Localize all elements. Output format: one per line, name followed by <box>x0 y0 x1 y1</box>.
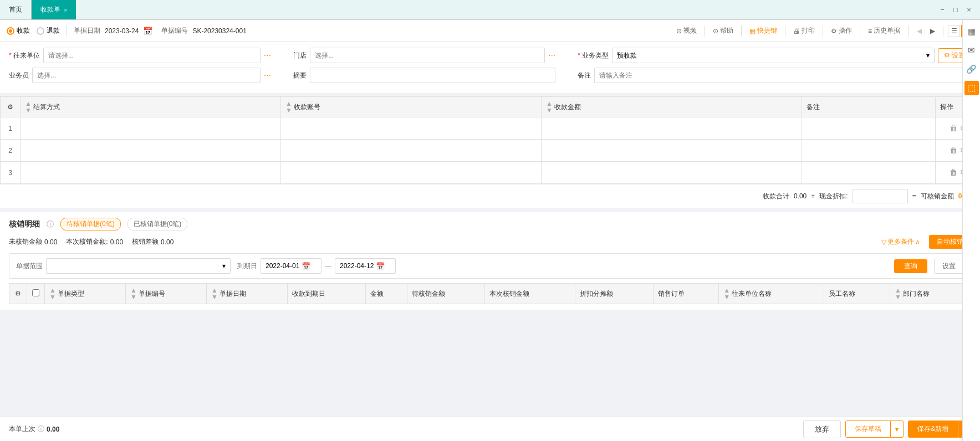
th-doc-number: ▲▼ 单据编号 <box>125 284 206 304</box>
staff-input[interactable] <box>32 68 261 83</box>
cell-account-3[interactable] <box>280 162 541 184</box>
delete-icon-1[interactable]: 🗑 <box>950 124 957 133</box>
section-break <box>0 208 980 212</box>
cell-settlement-3[interactable] <box>21 162 281 184</box>
biztype-col: * 业务类型 预收款 ▾ ⚙ 设置 <box>578 48 971 63</box>
cal-icon-to: 📅 <box>376 262 385 270</box>
radio-receipt-label: 收款 <box>17 26 30 35</box>
partner-label: * 往来单位 <box>9 51 40 60</box>
help-btn[interactable]: ⊙ 帮助 <box>710 25 737 37</box>
cell-account-2[interactable] <box>280 140 541 162</box>
note-col: 备注 <box>578 68 971 83</box>
tab-home[interactable]: 首页 <box>0 0 32 19</box>
verify-info-icon[interactable]: ⓘ <box>47 219 54 229</box>
radio-receipt[interactable]: 收款 <box>7 26 30 35</box>
more-conditions-btn[interactable]: ▽ 更多条件 ∧ <box>881 237 920 247</box>
range-select[interactable]: ▾ <box>46 258 231 274</box>
form-area: * 往来单位 ··· 门店 ··· * 业务类型 预收款 ▾ ⚙ 设置 <box>0 42 980 96</box>
form-row-1: * 往来单位 ··· 门店 ··· * 业务类型 预收款 ▾ ⚙ 设置 <box>9 48 971 63</box>
number-label: 单据编号 <box>161 26 188 35</box>
cell-account-1[interactable] <box>280 117 541 140</box>
th-account: ▲▼ 收款账号 <box>280 97 541 117</box>
th-discount: 折扣分摊额 <box>575 284 653 304</box>
bottom-table-settings-icon[interactable]: ⚙ <box>9 284 27 304</box>
cell-note-2[interactable] <box>802 140 935 162</box>
view-list-btn[interactable]: ☰ <box>948 25 960 37</box>
radio-refund[interactable]: 退款 <box>37 26 60 35</box>
staff-more-icon[interactable]: ··· <box>264 71 271 80</box>
date-value: 2023-03-24 <box>105 27 139 35</box>
window-minimize[interactable]: − <box>938 6 947 14</box>
shortcut-icon: ▦ <box>749 27 756 35</box>
draft-btn[interactable]: 保存草稿 <box>845 421 891 438</box>
th-pending-amount: 待核销金额 <box>407 284 485 304</box>
biztype-select[interactable]: 预收款 ▾ <box>612 48 935 63</box>
select-all-checkbox[interactable] <box>32 289 39 296</box>
summary-row: 收款合计 0.00 + 现金折扣: = 可核销金额 0.00 <box>0 184 980 208</box>
th-amount: ▲▼ 收款金额 <box>541 97 802 117</box>
summary-input[interactable] <box>310 68 555 83</box>
save-btn[interactable]: 保存&新增 <box>908 421 958 438</box>
row-num-3: 3 <box>1 162 21 184</box>
equals-sign: = <box>912 192 916 200</box>
date-to-value: 2022-04-12 <box>340 262 374 270</box>
cell-amount-2[interactable] <box>541 140 802 162</box>
note-input[interactable] <box>594 68 971 83</box>
info-icon-footer: ⓘ <box>38 424 44 434</box>
query-btn[interactable]: 查询 <box>894 259 927 273</box>
th-dept-name: ▲▼ 部门名称 <box>890 284 971 304</box>
window-maximize[interactable]: □ <box>951 6 960 14</box>
th-note: 备注 <box>802 97 935 117</box>
current-stat: 本次核销金额: 0.00 <box>66 237 123 247</box>
range-label: 单据范围 <box>16 261 43 271</box>
calendar-icon[interactable]: 📅 <box>143 27 152 35</box>
operation-btn[interactable]: ⚙ 操作 <box>828 25 855 37</box>
th-sale-order: 销售订单 <box>653 284 719 304</box>
filter-settings-btn[interactable]: 设置 <box>934 259 964 274</box>
store-more-icon[interactable]: ··· <box>548 51 555 60</box>
draft-btn-group: 保存草稿 ▾ <box>845 421 904 438</box>
discount-input[interactable] <box>853 189 908 203</box>
draft-arrow-btn[interactable]: ▾ <box>891 421 904 438</box>
discard-btn[interactable]: 放弃 <box>803 421 841 438</box>
sidebar-link-icon[interactable]: 🔗 <box>964 62 979 76</box>
window-close[interactable]: × <box>964 6 973 14</box>
table-settings-icon[interactable]: ⚙ <box>1 97 21 117</box>
pending-tab[interactable]: 待核销单据(0笔) <box>60 218 121 230</box>
bottom-table-checkbox-th[interactable] <box>27 284 45 304</box>
summary-col: 摘要 <box>293 68 555 83</box>
tab-current[interactable]: 收款单 × <box>32 0 76 19</box>
sidebar-email-icon[interactable]: ✉ <box>964 43 979 58</box>
th-settlement: ▲▼ 结算方式 <box>21 97 281 117</box>
cell-note-3[interactable] <box>802 162 935 184</box>
partner-input[interactable] <box>43 48 261 63</box>
print-btn[interactable]: 🖨 打印 <box>790 25 818 37</box>
delete-icon-3[interactable]: 🗑 <box>950 168 957 177</box>
partner-more-icon[interactable]: ··· <box>264 51 271 60</box>
th-amount-col: 金额 <box>365 284 407 304</box>
history-btn[interactable]: ≡ 历史单据 <box>865 25 904 37</box>
nav-next-btn[interactable]: ▶ <box>926 25 938 37</box>
row-num-2: 2 <box>1 140 21 162</box>
date-range-filter: 到期日 2022-04-01 📅 — 2022-04-12 📅 <box>237 258 666 274</box>
store-input[interactable] <box>310 48 545 63</box>
cell-settlement-2[interactable] <box>21 140 281 162</box>
date-from-input[interactable]: 2022-04-01 📅 <box>261 258 321 274</box>
summary-label: 摘要 <box>293 71 307 80</box>
done-tab[interactable]: 已核销单据(0笔) <box>127 218 188 230</box>
save-btn-group: 保存&新增 ▾ <box>908 421 971 438</box>
date-to-input[interactable]: 2022-04-12 📅 <box>335 258 396 274</box>
delete-icon-2[interactable]: 🗑 <box>950 146 957 155</box>
row-num-1: 1 <box>1 117 21 140</box>
nav-prev-btn[interactable]: ◀ <box>913 25 925 37</box>
video-btn[interactable]: ⊙ 视频 <box>673 25 700 37</box>
sidebar-table-icon[interactable]: ▦ <box>964 24 979 39</box>
cell-note-1[interactable] <box>802 117 935 140</box>
sidebar-image-icon[interactable]: ⬚ <box>964 81 979 95</box>
history-icon: ≡ <box>868 27 872 35</box>
cell-amount-3[interactable] <box>541 162 802 184</box>
cell-amount-1[interactable] <box>541 117 802 140</box>
shortcut-btn[interactable]: ▦ 快捷键 <box>746 25 780 37</box>
cell-settlement-1[interactable] <box>21 117 281 140</box>
tab-close-icon[interactable]: × <box>64 7 67 13</box>
